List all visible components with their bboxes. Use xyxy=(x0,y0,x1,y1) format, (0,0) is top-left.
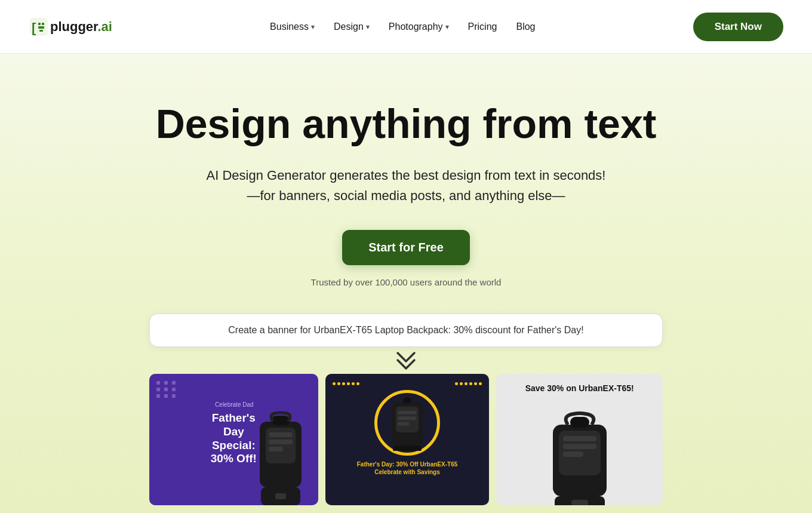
nav-item-design[interactable]: Design ▾ xyxy=(334,21,370,32)
svg-rect-23 xyxy=(563,436,596,441)
svg-rect-18 xyxy=(398,422,409,426)
banner-2: Father's Day: 30% Off UrbanEX-T65 Celebr… xyxy=(325,374,490,505)
banner1-celebrate-label: Celebrate Dad xyxy=(160,401,309,408)
chevron-down-icon: ▾ xyxy=(311,23,315,31)
demo-area: Create a banner for UrbanEX-T65 Laptop B… xyxy=(149,314,663,505)
logo-text: plugger.ai xyxy=(50,19,112,35)
nav-item-photography[interactable]: Photography ▾ xyxy=(389,21,449,32)
demo-banners: Celebrate Dad Father's Day Special: 30% … xyxy=(149,374,663,505)
svg-rect-24 xyxy=(563,444,596,449)
chevron-down-icon: ▾ xyxy=(445,23,449,31)
banner2-tag-line: Father's Day: 30% Off UrbanEX-T65 Celebr… xyxy=(357,460,458,476)
hero-subtitle: AI Design Generator generates the best d… xyxy=(207,165,606,206)
svg-rect-13 xyxy=(275,493,286,499)
svg-rect-4 xyxy=(38,26,44,29)
logo[interactable]: [ plugger.ai xyxy=(29,17,112,37)
nav-links: Business ▾ Design ▾ Photography ▾ Pricin… xyxy=(270,21,535,32)
svg-rect-19 xyxy=(403,398,411,404)
start-now-button[interactable]: Start Now xyxy=(693,13,783,41)
hero-section: Design anything from text AI Design Gene… xyxy=(0,54,812,513)
banner1-backpack-image xyxy=(248,410,313,505)
double-chevron-icon xyxy=(393,351,419,374)
hero-title: Design anything from text xyxy=(156,102,657,146)
svg-rect-9 xyxy=(269,440,293,444)
svg-rect-25 xyxy=(563,451,583,457)
logo-icon: [ xyxy=(29,17,49,37)
svg-rect-5 xyxy=(39,30,43,32)
banner2-circle-frame xyxy=(374,390,440,456)
svg-rect-28 xyxy=(571,500,588,505)
svg-rect-10 xyxy=(269,447,283,451)
banner3-backpack-image xyxy=(544,410,616,505)
banner2-dots xyxy=(333,382,482,385)
nav-item-pricing[interactable]: Pricing xyxy=(468,21,497,32)
nav-item-blog[interactable]: Blog xyxy=(516,21,535,32)
banner3-title: Save 30% on UrbanEX-T65! xyxy=(505,383,654,394)
dot-grid-decoration xyxy=(156,381,177,398)
svg-rect-16 xyxy=(398,411,416,414)
nav-item-business[interactable]: Business ▾ xyxy=(270,21,315,32)
svg-rect-17 xyxy=(398,417,416,420)
navbar: [ plugger.ai Business ▾ Design ▾ Photogr… xyxy=(0,0,812,54)
svg-rect-11 xyxy=(272,416,290,425)
banner-3: Save 30% on UrbanEX-T65! xyxy=(496,374,663,505)
svg-rect-2 xyxy=(38,23,41,25)
chevron-down-icon: ▾ xyxy=(366,23,370,31)
trust-text: Trusted by over 100,000 users around the… xyxy=(311,277,502,287)
start-free-button[interactable]: Start for Free xyxy=(342,230,470,265)
svg-rect-3 xyxy=(42,23,44,25)
svg-rect-8 xyxy=(269,432,293,437)
svg-rect-20 xyxy=(393,446,422,451)
svg-rect-26 xyxy=(570,417,589,428)
svg-text:[: [ xyxy=(32,20,36,35)
demo-input: Create a banner for UrbanEX-T65 Laptop B… xyxy=(149,314,663,347)
banner-1: Celebrate Dad Father's Day Special: 30% … xyxy=(149,374,318,505)
